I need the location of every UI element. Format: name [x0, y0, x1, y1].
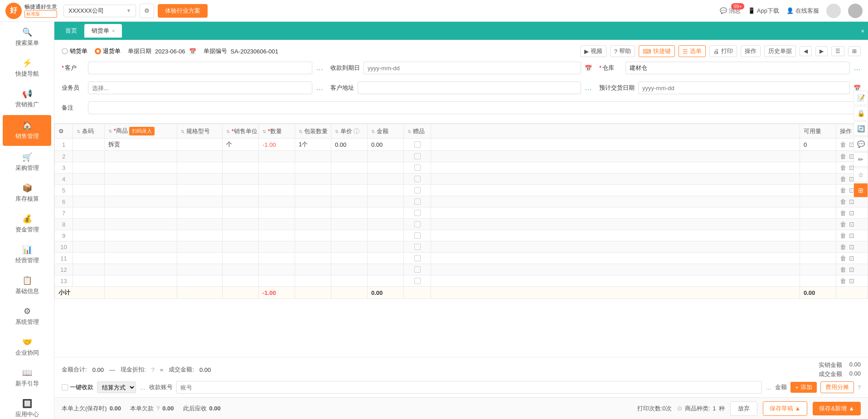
- delete-icon[interactable]: 🗑: [840, 232, 846, 239]
- cell-product[interactable]: [105, 173, 177, 185]
- sidebar-item-quick-nav[interactable]: ⚡ 快捷导航: [0, 53, 54, 83]
- message-button[interactable]: 💬 消息 99+: [720, 7, 741, 15]
- copy-icon[interactable]: ⊡: [849, 277, 854, 284]
- one-click-payment-checkbox[interactable]: 一键收款: [62, 383, 93, 391]
- delete-icon[interactable]: 🗑: [840, 221, 846, 228]
- due-date-input[interactable]: [364, 62, 581, 74]
- total-owed-icon[interactable]: ?: [156, 405, 160, 412]
- trial-button[interactable]: 体验行业方案: [158, 4, 208, 18]
- warehouse-input[interactable]: [626, 62, 850, 74]
- delete-icon[interactable]: 🗑: [840, 209, 846, 217]
- tab-sales-order[interactable]: 销货单 ×: [84, 24, 122, 38]
- operation-btn[interactable]: 操作: [741, 45, 761, 57]
- cell-product[interactable]: [105, 275, 177, 287]
- copy-icon[interactable]: ⊡: [849, 266, 854, 273]
- delete-icon[interactable]: 🗑: [840, 141, 846, 148]
- sidebar-item-sales[interactable]: 🏠 销售管理: [3, 115, 51, 146]
- copy-icon[interactable]: ⊡: [849, 221, 854, 228]
- copy-icon[interactable]: ⊡: [849, 209, 854, 217]
- product-type-icon[interactable]: ⊙: [677, 405, 682, 412]
- sidebar-item-purchase[interactable]: 🛒 采购管理: [0, 147, 54, 178]
- delete-icon[interactable]: 🗑: [840, 277, 846, 284]
- sidebar-item-enterprise[interactable]: 🤝 企业协同: [0, 332, 54, 362]
- video-btn[interactable]: ▶ 视频: [580, 45, 606, 57]
- save-new-button[interactable]: 保存&新增 ▲: [813, 402, 861, 415]
- expense-help-icon[interactable]: ?: [858, 384, 861, 391]
- radio-return-order[interactable]: 退货单: [95, 47, 121, 55]
- customer-input[interactable]: [88, 62, 312, 74]
- cell-product[interactable]: [105, 241, 177, 253]
- sidebar-item-finance[interactable]: 💰 资金管理: [0, 208, 54, 239]
- account-input[interactable]: [176, 381, 762, 394]
- nav-prev-btn[interactable]: ◀: [800, 46, 812, 56]
- delete-icon[interactable]: 🗑: [840, 164, 846, 171]
- settlement-dots-icon[interactable]: …: [140, 384, 145, 391]
- nav-next-btn[interactable]: ▶: [815, 46, 828, 56]
- cell-product[interactable]: [105, 162, 177, 173]
- delete-icon[interactable]: 🗑: [840, 198, 846, 205]
- avatar2[interactable]: [848, 4, 863, 18]
- warehouse-dots-icon[interactable]: …: [853, 64, 861, 72]
- settings-button[interactable]: ⚙: [140, 4, 154, 18]
- cell-product[interactable]: [105, 185, 177, 196]
- column-settings-icon[interactable]: ⚙: [58, 128, 64, 135]
- print-btn[interactable]: 🖨 打印: [709, 45, 737, 57]
- customer-dots-icon[interactable]: …: [316, 64, 323, 72]
- right-panel-chat-icon[interactable]: 💬: [853, 137, 868, 151]
- select-order-btn[interactable]: ☰ 选单: [679, 45, 706, 57]
- cell-product[interactable]: [105, 151, 177, 162]
- cell-product[interactable]: [105, 219, 177, 230]
- copy-icon[interactable]: ⊡: [849, 232, 854, 239]
- shortcut-btn[interactable]: ⌨ 快捷键: [639, 45, 675, 57]
- cell-product[interactable]: [105, 264, 177, 275]
- copy-icon[interactable]: ⊡: [849, 243, 854, 250]
- grid-view-btn[interactable]: ⊞: [848, 46, 861, 56]
- right-panel-note-icon[interactable]: 📝: [853, 91, 868, 105]
- history-btn[interactable]: 历史单据: [764, 45, 796, 57]
- copy-icon[interactable]: ⊡: [849, 198, 854, 205]
- right-panel-refresh-icon[interactable]: 🔄: [853, 121, 868, 136]
- right-panel-star-icon[interactable]: ☆: [853, 168, 868, 182]
- help-discount-icon[interactable]: ?: [151, 366, 155, 373]
- help-btn[interactable]: ? 帮助: [610, 45, 635, 57]
- cell-product[interactable]: [105, 253, 177, 264]
- sidebar-item-beginner[interactable]: 📖 新手引导: [0, 362, 54, 393]
- add-payment-button[interactable]: + 添加: [790, 382, 817, 393]
- window-close-icon[interactable]: ×: [861, 28, 864, 34]
- settlement-method-select[interactable]: 结算方式: [97, 381, 136, 393]
- copy-icon[interactable]: ⊡: [849, 255, 854, 262]
- radio-sales-order[interactable]: 销货单: [62, 47, 87, 55]
- save-draft-button[interactable]: 保存草稿 ▲: [763, 401, 808, 416]
- avatar[interactable]: [826, 4, 841, 18]
- discard-button[interactable]: 放弃: [730, 401, 757, 416]
- right-panel-edit-icon[interactable]: ✏: [853, 152, 868, 167]
- delete-icon[interactable]: 🗑: [840, 266, 846, 273]
- tab-home[interactable]: 首页: [58, 24, 84, 38]
- online-service-button[interactable]: 👤 在线客服: [786, 7, 819, 15]
- cell-product[interactable]: [105, 230, 177, 241]
- customer-addr-input[interactable]: [358, 82, 581, 94]
- calendar-icon[interactable]: 📅: [189, 48, 196, 55]
- sidebar-item-appstore[interactable]: 🔲 应用中心: [0, 393, 54, 419]
- right-panel-orange-icon[interactable]: ⊞: [853, 183, 868, 197]
- cell-product[interactable]: [105, 207, 177, 219]
- sidebar-item-operations[interactable]: 📊 经营管理: [0, 239, 54, 270]
- delete-icon[interactable]: 🗑: [840, 243, 846, 250]
- sidebar-item-inventory[interactable]: 📦 库存核算: [0, 178, 54, 208]
- expected-date-input[interactable]: [638, 82, 850, 94]
- cell-product[interactable]: [105, 196, 177, 207]
- addr-dots-icon[interactable]: …: [585, 84, 592, 92]
- salesperson-input[interactable]: [88, 82, 312, 94]
- account-dots-icon[interactable]: …: [766, 384, 771, 391]
- delete-icon[interactable]: 🗑: [840, 187, 846, 194]
- sidebar-item-system[interactable]: ⚙ 系统管理: [0, 301, 54, 332]
- company-selector[interactable]: XXXXXX公司 ▼: [63, 5, 136, 17]
- list-view-btn[interactable]: ☰: [831, 46, 844, 56]
- sidebar-item-basics[interactable]: 📋 基础信息: [0, 270, 54, 301]
- sidebar-search[interactable]: 🔍 搜索菜单: [0, 22, 54, 53]
- salesperson-dots-icon[interactable]: …: [316, 84, 323, 92]
- expense-split-button[interactable]: 费用分摊: [820, 381, 854, 393]
- delete-icon[interactable]: 🗑: [840, 153, 846, 160]
- app-download-button[interactable]: 📱 App下载: [748, 7, 779, 15]
- scan-button[interactable]: 扫码录入: [129, 127, 155, 135]
